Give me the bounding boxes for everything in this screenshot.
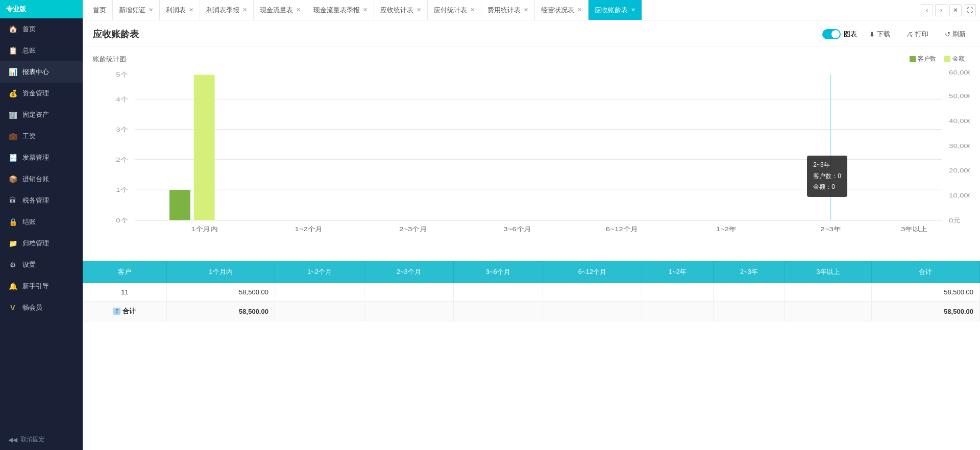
tab-expand-btn[interactable]: ⛶ — [964, 4, 976, 16]
sidebar-label-settings: 设置 — [22, 260, 36, 269]
sidebar-item-purchase[interactable]: 📦 进销台账 — [0, 168, 83, 190]
tab-ar-age-close[interactable]: ✕ — [631, 7, 635, 13]
td-total-m23 — [364, 302, 453, 321]
settings-icon: ⚙ — [8, 261, 17, 269]
sidebar-label-asset: 固定资产 — [22, 110, 49, 119]
td-y3plus — [785, 283, 871, 302]
tab-profit[interactable]: 利润表 ✕ — [160, 0, 200, 20]
archive-icon: 📁 — [8, 239, 17, 247]
th-m1: 1个月内 — [166, 261, 275, 283]
td-y23 — [713, 283, 785, 302]
svg-text:20,000.00元: 20,000.00元 — [949, 167, 970, 174]
collapse-sidebar-btn[interactable]: ◀◀ 取消固定 — [0, 429, 83, 450]
table-total-row: Σ 合计 58,500.00 58,500.00 — [83, 302, 980, 321]
chart-toggle[interactable]: 图表 — [822, 29, 857, 39]
tab-profit-q[interactable]: 利润表季报 ✕ — [200, 0, 254, 20]
home-icon: 🏠 — [8, 25, 17, 33]
svg-text:4个: 4个 — [116, 96, 128, 103]
sidebar-item-report[interactable]: 📊 报表中心 — [0, 61, 83, 83]
sidebar-label-fund: 资金管理 — [22, 89, 49, 98]
tab-ar-age[interactable]: 应收账龄表 ✕ — [589, 0, 642, 20]
sidebar-item-guide[interactable]: 🔔 新手引导 — [0, 276, 83, 297]
sidebar-item-ledger[interactable]: 📋 总账 — [0, 40, 83, 61]
sidebar-label-purchase: 进销台账 — [22, 174, 49, 184]
tab-home[interactable]: 首页 — [87, 0, 113, 20]
data-table: 客户 1个月内 1~2个月 2~3个月 3~6个月 6~12个月 1~2年 2~… — [83, 261, 980, 321]
sidebar-label-close: 结账 — [22, 217, 36, 227]
tab-voucher[interactable]: 新增凭证 ✕ — [113, 0, 160, 20]
td-total-y3plus — [785, 302, 871, 321]
svg-text:10,000.00元: 10,000.00元 — [949, 192, 970, 199]
tab-voucher-label: 新增凭证 — [119, 6, 145, 15]
sidebar-item-close[interactable]: 🔒 结账 — [0, 211, 83, 233]
tab-voucher-close[interactable]: ✕ — [149, 7, 153, 13]
td-m36 — [453, 283, 543, 302]
sidebar-label-archive: 归档管理 — [22, 239, 49, 248]
chart-title: 账龄统计图 — [93, 55, 970, 64]
legend-amount-dot — [944, 56, 950, 62]
table-header-row: 客户 1个月内 1~2个月 2~3个月 3~6个月 6~12个月 1~2年 2~… — [83, 261, 980, 283]
refresh-icon: ↺ — [945, 31, 950, 38]
toggle-label: 图表 — [844, 30, 857, 39]
tab-expense[interactable]: 费用统计表 ✕ — [481, 0, 535, 20]
tab-navigation: ‹ › ✕ ⛶ — [921, 4, 976, 16]
tab-ar-stat[interactable]: 应收统计表 ✕ — [374, 0, 428, 20]
tab-next-btn[interactable]: › — [935, 4, 947, 16]
tab-ap-stat[interactable]: 应付统计表 ✕ — [428, 0, 481, 20]
guide-icon: 🔔 — [8, 282, 17, 290]
sidebar-item-settings[interactable]: ⚙ 设置 — [0, 254, 83, 276]
sidebar-item-payroll[interactable]: 💼 工资 — [0, 126, 83, 147]
sidebar-label-home: 首页 — [22, 24, 36, 34]
tab-ar-stat-close[interactable]: ✕ — [416, 7, 421, 13]
svg-text:2~3年: 2~3年 — [820, 226, 841, 232]
tab-biz-stat-close[interactable]: ✕ — [577, 7, 582, 13]
refresh-btn[interactable]: ↺ 刷新 — [941, 28, 970, 41]
td-total-y23 — [713, 302, 785, 321]
tab-cashflow-q-close[interactable]: ✕ — [363, 7, 368, 13]
td-m1: 58,500.00 — [166, 283, 275, 302]
page-header: 应收账龄表 图表 ⬇ 下载 🖨 打印 ↺ 刷新 — [83, 20, 980, 46]
chart-container: 账龄统计图 客户数 金额 — [83, 46, 980, 261]
chart-wrap: 0个 1个 2个 3个 4个 5个 0元 10,000.00元 20,000.0… — [93, 69, 970, 253]
tab-biz-stat-label: 经营状况表 — [541, 6, 574, 15]
tab-cashflow-label: 现金流量表 — [260, 6, 293, 15]
tab-ap-stat-close[interactable]: ✕ — [470, 7, 475, 13]
sidebar-item-home[interactable]: 🏠 首页 — [0, 18, 83, 40]
svg-text:40,000.00元: 40,000.00元 — [949, 117, 970, 124]
td-total-sum: 58,500.00 — [871, 302, 979, 321]
purchase-icon: 📦 — [8, 175, 17, 183]
sidebar-item-fund[interactable]: 💰 资金管理 — [0, 83, 83, 104]
sidebar-label-payroll: 工资 — [22, 132, 36, 141]
tab-profit-close[interactable]: ✕ — [189, 7, 193, 13]
svg-text:0个: 0个 — [116, 217, 128, 223]
bar-light-1 — [194, 75, 215, 220]
sidebar-item-asset[interactable]: 🏢 固定资产 — [0, 104, 83, 126]
sidebar-item-member[interactable]: V 畅会员 — [0, 297, 83, 318]
tab-expense-close[interactable]: ✕ — [524, 7, 528, 13]
sidebar-item-tax[interactable]: 🏛 税务管理 — [0, 190, 83, 211]
download-btn[interactable]: ⬇ 下载 — [865, 28, 894, 41]
td-total-m12 — [275, 302, 364, 321]
page-actions: 图表 ⬇ 下载 🖨 打印 ↺ 刷新 — [822, 28, 970, 41]
tab-cashflow[interactable]: 现金流量表 ✕ — [254, 0, 307, 20]
th-total: 合计 — [871, 261, 979, 283]
tab-close-all-btn[interactable]: ✕ — [949, 4, 962, 16]
svg-text:6~12个月: 6~12个月 — [606, 226, 638, 232]
tab-ap-stat-label: 应付统计表 — [434, 6, 467, 15]
sidebar-item-archive[interactable]: 📁 归档管理 — [0, 233, 83, 254]
svg-text:1~2个月: 1~2个月 — [295, 226, 322, 232]
tab-prev-btn[interactable]: ‹ — [921, 4, 933, 16]
ledger-icon: 📋 — [8, 46, 17, 55]
tab-cashflow-close[interactable]: ✕ — [296, 7, 301, 13]
toggle-switch-btn[interactable] — [822, 29, 841, 39]
member-icon: V — [8, 304, 17, 312]
collapse-label: 取消固定 — [20, 435, 45, 444]
tab-biz-stat[interactable]: 经营状况表 ✕ — [535, 0, 589, 20]
tab-profit-q-close[interactable]: ✕ — [242, 7, 247, 13]
tab-cashflow-q[interactable]: 现金流量表季报 ✕ — [307, 0, 374, 20]
print-btn[interactable]: 🖨 打印 — [902, 28, 933, 41]
sidebar-item-invoice[interactable]: 🧾 发票管理 — [0, 147, 83, 168]
td-m23 — [364, 283, 453, 302]
main-area: 首页 新增凭证 ✕ 利润表 ✕ 利润表季报 ✕ 现金流量表 ✕ 现金流量表季报 … — [83, 0, 980, 450]
page-title: 应收账龄表 — [93, 28, 139, 40]
